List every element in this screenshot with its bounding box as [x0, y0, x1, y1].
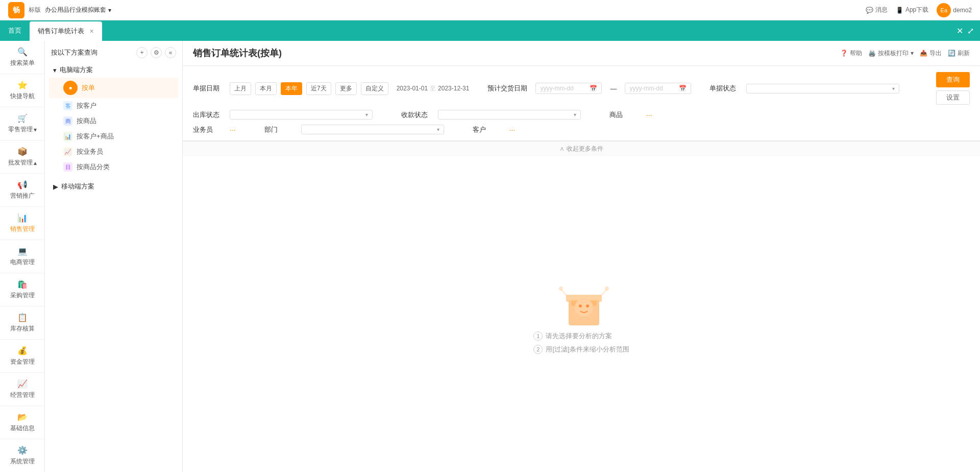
wholesale-icon: 📦: [17, 147, 28, 156]
avatar: Ea: [937, 3, 951, 17]
scheme-item-by-product[interactable]: 商 按商品: [49, 113, 178, 129]
by-salesperson-label: 按业务员: [77, 147, 103, 156]
expected-date-start-placeholder: yyyy-mm-dd: [540, 85, 573, 92]
close-window-btn[interactable]: ✕: [957, 26, 963, 36]
inventory-label: 库存核算: [10, 324, 35, 333]
print-dropdown-icon: ▾: [911, 50, 914, 57]
collapse-icon: ∧: [559, 145, 566, 152]
svg-line-7: [599, 290, 607, 297]
expected-date-end[interactable]: yyyy-mm-dd 📅: [625, 83, 691, 94]
wholesale-arrow-icon: ▴: [34, 159, 37, 167]
customer-dots[interactable]: ···: [509, 126, 516, 134]
by-order-icon: ●: [68, 84, 72, 91]
by-product-label: 按商品: [77, 116, 96, 126]
tab-home[interactable]: 首页: [0, 20, 30, 41]
logo: 畅: [8, 2, 24, 18]
scheme-item-by-customer[interactable]: 客 按客户: [49, 98, 178, 113]
message-icon: 💬: [866, 7, 873, 14]
refresh-icon: 🔄: [948, 50, 955, 57]
company-dropdown-icon: ▾: [108, 7, 111, 14]
scheme-settings-btn[interactable]: ⚙: [151, 47, 162, 58]
help-btn[interactable]: ❓ 帮助: [840, 49, 862, 58]
scheme-item-by-customer-product[interactable]: 📊 按客户+商品: [49, 129, 178, 144]
expand-window-btn[interactable]: ⤢: [967, 26, 974, 36]
wholesale-label-wrapper: 批发管理 ▴: [8, 158, 37, 167]
payment-status-arrow: ▾: [574, 112, 576, 117]
sidebar-item-operations[interactable]: 📈 经营管理: [0, 373, 44, 406]
more-btn[interactable]: 更多: [335, 82, 357, 95]
sidebar-item-search-menu[interactable]: 🔍 搜索菜单: [0, 41, 44, 74]
custom-btn[interactable]: 自定义: [361, 82, 388, 95]
empty-state-image: [556, 274, 607, 325]
message-btn[interactable]: 💬 消息: [866, 6, 888, 14]
scheme-item-by-order[interactable]: ● 按单: [49, 78, 178, 98]
main-layout: 🔍 搜索菜单 ⭐ 快捷导航 🛒 零售管理 ▾ 📦 批发管理 ▴ 📢 营销推广: [0, 41, 980, 472]
scheme-item-by-category[interactable]: 目 按商品分类: [49, 159, 178, 175]
product-dots[interactable]: ···: [646, 111, 652, 119]
this-year-btn[interactable]: 本年: [281, 82, 302, 95]
payment-status-select[interactable]: ▾: [438, 110, 581, 120]
pc-scheme-group-title[interactable]: ▾ 电脑端方案: [49, 62, 178, 78]
content-area: 按以下方案查询 + ⚙ « ▾ 电脑端方案 ● 按单: [45, 41, 980, 472]
scheme-item-by-salesperson[interactable]: 📈 按业务员: [49, 144, 178, 159]
filter-area: 单据日期 上月 本月 本年 近7天 更多 自定义 2023-01-01 至 20…: [183, 66, 980, 141]
sidebar-item-purchase[interactable]: 🛍️ 采购管理: [0, 273, 44, 306]
empty-illustration: [556, 274, 612, 331]
basic-info-label: 基础信息: [10, 424, 35, 433]
tip-1-text: 请先选择要分析的方案: [546, 332, 612, 341]
this-month-btn[interactable]: 本月: [255, 82, 277, 95]
tab-close-icon[interactable]: ✕: [89, 28, 94, 35]
user-profile[interactable]: Ea demo2: [937, 3, 972, 17]
sidebar-item-basic-info[interactable]: 📂 基础信息: [0, 406, 44, 439]
mobile-scheme-group-title[interactable]: ▶ 移动端方案: [49, 179, 178, 194]
marketing-label: 营销推广: [10, 192, 35, 200]
pc-scheme-group: ▾ 电脑端方案 ● 按单 客 按客户 商 按商品: [45, 62, 182, 175]
query-btn[interactable]: 查询: [936, 72, 970, 87]
sidebar-item-ecommerce[interactable]: 💻 电商管理: [0, 240, 44, 273]
expected-date-start[interactable]: yyyy-mm-dd 📅: [535, 83, 602, 94]
last-7-days-btn[interactable]: 近7天: [306, 82, 331, 95]
last-month-btn[interactable]: 上月: [230, 82, 251, 95]
system-icon: ⚙️: [17, 445, 28, 455]
sidebar: 🔍 搜索菜单 ⭐ 快捷导航 🛒 零售管理 ▾ 📦 批发管理 ▴ 📢 营销推广: [0, 41, 45, 472]
by-customer-product-icon: 📊: [63, 132, 72, 141]
collapse-bar[interactable]: ∧ 收起更多条件: [183, 141, 980, 156]
download-icon: 📱: [896, 7, 903, 14]
empty-state-tips: 1 请先选择要分析的方案 2 用[过滤]条件来缩小分析范围: [533, 332, 629, 354]
filter-row-3: 业务员 ··· 部门 ▾ 客户 ···: [193, 125, 970, 134]
finance-label: 资金管理: [10, 358, 35, 366]
search-menu-icon: 🔍: [17, 47, 28, 57]
sales-icon: 📊: [17, 213, 28, 223]
sidebar-item-sales[interactable]: 📊 销售管理: [0, 207, 44, 240]
app-download-btn[interactable]: 📱 App下载: [896, 6, 928, 14]
sidebar-item-marketing[interactable]: 📢 营销推广: [0, 174, 44, 207]
sidebar-item-inventory[interactable]: 📋 库存核算: [0, 306, 44, 340]
export-btn[interactable]: 📤 导出: [920, 49, 942, 58]
calendar-start-icon: 📅: [590, 85, 597, 92]
sidebar-item-finance[interactable]: 💰 资金管理: [0, 340, 44, 373]
sidebar-item-quick-nav[interactable]: ⭐ 快捷导航: [0, 74, 44, 107]
department-select[interactable]: ▾: [301, 125, 444, 134]
ecommerce-icon: 💻: [17, 246, 28, 256]
setting-btn[interactable]: 设置: [936, 90, 970, 105]
print-btn[interactable]: 🖨️ 按模板打印 ▾: [868, 49, 914, 58]
app-name: 标版: [29, 6, 41, 14]
collapse-panel-btn[interactable]: «: [165, 47, 176, 58]
topbar-right: 💬 消息 📱 App下载 Ea demo2: [866, 3, 972, 17]
sidebar-item-retail[interactable]: 🛒 零售管理 ▾: [0, 107, 44, 140]
sidebar-item-system[interactable]: ⚙️ 系统管理: [0, 439, 44, 472]
svg-point-5: [586, 304, 589, 308]
company-selector[interactable]: 办公用品行业模拟账套 ▾: [45, 6, 111, 14]
refresh-btn[interactable]: 🔄 刷新: [948, 49, 970, 58]
ship-status-select[interactable]: ▾: [230, 110, 373, 120]
basic-info-icon: 📂: [17, 412, 28, 422]
sidebar-item-wholesale[interactable]: 📦 批发管理 ▴: [0, 140, 44, 174]
doc-status-select[interactable]: ▾: [746, 84, 899, 93]
salesperson-dots[interactable]: ···: [230, 126, 236, 134]
print-icon: 🖨️: [868, 50, 876, 57]
by-customer-product-label: 按客户+商品: [77, 132, 114, 141]
tab-sales-stats[interactable]: 销售订单统计表 ✕: [30, 21, 102, 41]
operations-icon: 📈: [17, 379, 28, 389]
expected-date-label: 预计交货日期: [487, 84, 527, 93]
add-scheme-btn[interactable]: +: [136, 47, 148, 58]
